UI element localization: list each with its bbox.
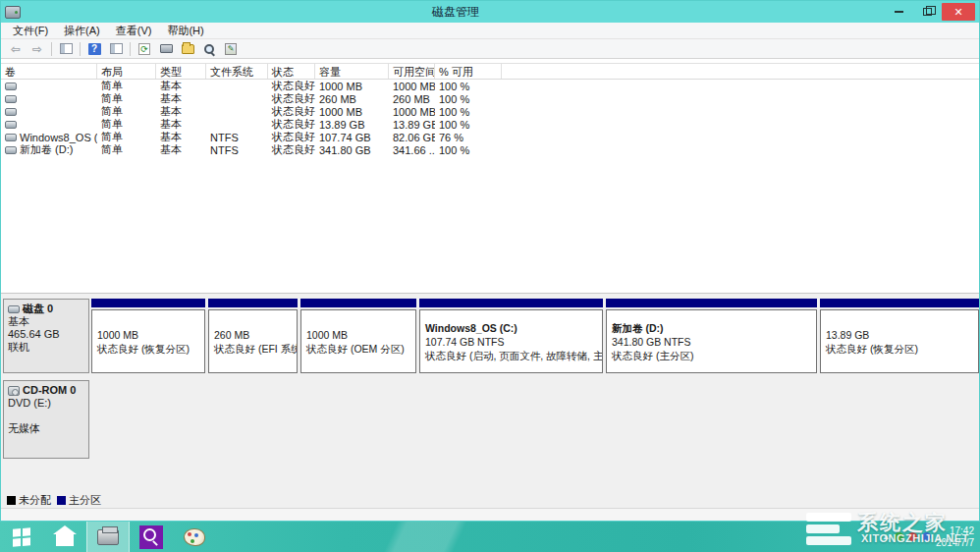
back-icon: ⇦ xyxy=(11,43,21,55)
legend-color-chip xyxy=(7,496,16,505)
partition-status: 状态良好 (恢复分区) xyxy=(826,342,973,356)
properties-icon: ✎ xyxy=(225,43,237,55)
partition-status: 状态良好 (EFI 系统分 xyxy=(214,342,292,356)
volume-icon xyxy=(5,121,17,129)
volume-cell: 13.89 GB xyxy=(389,119,435,131)
column-header[interactable]: 容量 xyxy=(315,64,389,79)
menu-item[interactable]: 帮助(H) xyxy=(159,23,211,39)
legend-item: 主分区 xyxy=(57,493,101,508)
partition-size: 341.80 GB NTFS xyxy=(612,335,811,349)
volume-cell: 1000 MB xyxy=(389,81,435,92)
partition[interactable]: 1000 MB状态良好 (OEM 分区) xyxy=(300,299,416,373)
taskbar-search-button[interactable] xyxy=(130,522,173,552)
toolbar-separator xyxy=(130,42,131,56)
partition[interactable]: Windows8_OS (C:)107.74 GB NTFS状态良好 (启动, … xyxy=(419,299,603,373)
rescan-disks-button[interactable] xyxy=(156,40,176,57)
partition-color-bar xyxy=(606,299,817,307)
close-button[interactable]: ✕ xyxy=(942,3,975,21)
partition-status: 状态良好 (启动, 页面文件, 故障转储, 主分区) xyxy=(425,349,597,362)
toolbar: ⇦ ⇨ ? ⟳ ✎ xyxy=(1,39,979,59)
disk-0-row: 磁盘 0 基本 465.64 GB 联机 1000 MB状态良好 (恢复分区)2… xyxy=(3,299,980,373)
partition[interactable]: 1000 MB状态良好 (恢复分区) xyxy=(91,299,205,373)
partition-box: 1000 MB状态良好 (OEM 分区) xyxy=(300,309,416,373)
restore-button[interactable] xyxy=(913,3,942,21)
volume-cell xyxy=(1,83,97,90)
properties-button[interactable]: ✎ xyxy=(221,40,241,57)
column-header[interactable]: 布局 xyxy=(97,64,156,79)
volume-cell: 基本 xyxy=(156,142,206,157)
disk-0-info[interactable]: 磁盘 0 基本 465.64 GB 联机 xyxy=(3,299,89,373)
show-console-tree-button[interactable] xyxy=(56,40,76,57)
restore-icon xyxy=(923,8,932,16)
forward-button[interactable]: ⇨ xyxy=(27,40,47,57)
volume-cell: 107.74 GB xyxy=(315,132,389,143)
volume-cell: 341.66 ... xyxy=(389,144,435,156)
disk-0-type: 基本 xyxy=(8,315,84,328)
cdrom-drive: DVD (E:) xyxy=(8,397,84,410)
show-hidden-icons-button[interactable]: ▲ xyxy=(882,532,890,541)
partition-color-bar xyxy=(208,299,298,307)
taskbar-paint-button[interactable] xyxy=(173,522,216,552)
column-header[interactable]: 状态 xyxy=(268,64,315,79)
open-button[interactable] xyxy=(178,40,197,57)
partition-size: 13.89 GB xyxy=(826,328,973,342)
partition-box: 1000 MB状态良好 (恢复分区) xyxy=(91,309,205,373)
partition-status: 状态良好 (主分区) xyxy=(612,349,811,362)
explore-button[interactable] xyxy=(199,40,219,57)
volume-cell: 341.80 GB xyxy=(315,144,389,156)
column-header[interactable]: 文件系统 xyxy=(206,64,268,79)
taskbar-disk-management-button[interactable] xyxy=(86,522,130,552)
volume-cell: 13.89 GB xyxy=(315,119,389,131)
taskbar-clock[interactable]: 17:42 2014/7/7 xyxy=(936,525,974,549)
toolbar-separator xyxy=(80,42,81,56)
partition[interactable]: 13.89 GB状态良好 (恢复分区) xyxy=(820,299,979,373)
help-button[interactable]: ? xyxy=(84,40,104,57)
home-icon xyxy=(56,534,74,546)
partition-box: 260 MB状态良好 (EFI 系统分 xyxy=(208,309,298,373)
menu-item[interactable]: 文件(F) xyxy=(5,23,56,39)
volume-cell: 1000 MB xyxy=(315,106,389,118)
tray-red-icon[interactable] xyxy=(908,532,917,541)
legend-label: 未分配 xyxy=(19,493,51,508)
column-header[interactable]: 类型 xyxy=(156,64,206,79)
tray-blue-icon[interactable] xyxy=(922,532,931,541)
start-button[interactable] xyxy=(0,522,43,552)
volume-icon xyxy=(5,108,17,116)
disk-icon xyxy=(8,305,20,313)
partition-box: 13.89 GB状态良好 (恢复分区) xyxy=(820,309,979,373)
partition[interactable]: 260 MB状态良好 (EFI 系统分 xyxy=(208,299,298,373)
menu-item[interactable]: 查看(V) xyxy=(108,23,160,39)
volume-cell xyxy=(1,121,97,129)
minimize-button[interactable] xyxy=(885,3,913,21)
forward-icon: ⇨ xyxy=(32,43,42,55)
cdrom-row: CD-ROM 0 DVD (E:) 无媒体 xyxy=(3,380,89,459)
show-action-pane-button[interactable] xyxy=(106,40,126,57)
volume-cell: Windows8_OS (C:) xyxy=(1,132,97,143)
volume-cell: 简单 xyxy=(97,142,156,157)
magnifier-icon xyxy=(203,43,215,55)
refresh-button[interactable]: ⟳ xyxy=(135,40,154,57)
partition-color-bar xyxy=(419,299,603,307)
tray-green-icon[interactable] xyxy=(895,532,903,541)
back-button[interactable]: ⇦ xyxy=(6,40,26,57)
partition[interactable]: 新加卷 (D:)341.80 GB NTFS状态良好 (主分区) xyxy=(606,299,817,373)
taskbar: ▲ 17:42 2014/7/7 xyxy=(0,522,980,552)
disk-0-partitions: 1000 MB状态良好 (恢复分区)260 MB状态良好 (EFI 系统分100… xyxy=(91,299,980,373)
volume-cell: 1000 MB xyxy=(389,106,435,118)
menu-item[interactable]: 操作(A) xyxy=(56,23,108,39)
cdrom-info[interactable]: CD-ROM 0 DVD (E:) 无媒体 xyxy=(3,380,89,459)
partition-status: 状态良好 (恢复分区) xyxy=(97,342,199,356)
partition-label: Windows8_OS (C:) xyxy=(425,321,597,335)
column-header[interactable]: 卷 xyxy=(1,64,97,79)
app-icon[interactable] xyxy=(5,6,21,19)
volume-cell: 100 % xyxy=(435,144,502,156)
windows-logo-icon xyxy=(13,527,30,546)
volume-row[interactable]: 新加卷 (D:)简单基本NTFS状态良好 (...341.80 GB341.66… xyxy=(1,143,979,156)
disk-0-status: 联机 xyxy=(8,341,84,354)
volume-cell: 260 MB xyxy=(315,93,389,105)
taskbar-home-button[interactable] xyxy=(43,522,86,552)
title-bar: 磁盘管理 ✕ xyxy=(1,1,979,23)
volume-cell: 82.06 GB xyxy=(389,132,435,143)
column-header[interactable]: % 可用 xyxy=(435,64,502,79)
column-header[interactable]: 可用空间 xyxy=(389,64,435,79)
